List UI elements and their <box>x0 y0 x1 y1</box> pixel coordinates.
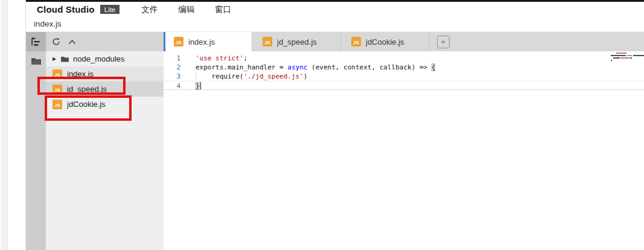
minimap-segment <box>633 55 644 56</box>
minimap-segment <box>611 55 626 56</box>
token-string: './jd_speed.js' <box>243 72 303 80</box>
folder-icon <box>60 56 69 63</box>
annotation-box-jd-speed <box>37 77 126 95</box>
code-text: } <box>196 82 201 89</box>
token-indent <box>196 72 212 80</box>
file-name: node_modules <box>73 54 124 63</box>
code-line-3: 3 require('./jd_speed.js') <box>164 72 644 81</box>
menu-window[interactable]: 窗口 <box>215 4 231 15</box>
token-plain: exports.main_handler = <box>196 63 287 71</box>
explorer-toolbar <box>46 32 164 51</box>
top-menu-bar: Cloud Studio Lite 文件 编辑 窗口 <box>26 0 644 17</box>
minimap-segment <box>616 53 626 54</box>
chevron-right-icon: ▶ <box>53 56 57 62</box>
minimap[interactable] <box>610 52 644 64</box>
code-line-2: 2exports.main_handler = async (event, co… <box>164 63 644 72</box>
tab-bar: JS index.js JS jd_speed.js JS jdCookie.j… <box>164 32 644 51</box>
menu-file[interactable]: 文件 <box>141 4 158 15</box>
menu-bar: 文件 编辑 窗口 <box>141 4 231 15</box>
js-file-icon: JS <box>174 37 183 46</box>
line-number: 1 <box>164 54 180 63</box>
breadcrumb: index.js <box>26 17 644 32</box>
file-tree-item-node-modules[interactable]: ▶ node_modules <box>46 51 164 66</box>
minimap-segment <box>627 55 632 56</box>
minimap-segment <box>611 60 612 61</box>
token-bracket: } <box>196 82 200 90</box>
minimap-segment <box>630 57 632 59</box>
token-keyword: async <box>287 63 307 71</box>
token-plain: ; <box>243 54 247 62</box>
lite-badge: Lite <box>100 5 120 14</box>
left-gutter-strip <box>1 0 8 250</box>
tab-index-js[interactable]: JS index.js <box>164 32 252 51</box>
tab-jd-speed-js[interactable]: JS jd_speed.js <box>252 32 341 51</box>
code-line-4: 4} <box>164 81 644 90</box>
tree-view-icon[interactable] <box>26 32 46 51</box>
app-logo: Cloud Studio <box>37 4 95 14</box>
editor-area: JS index.js JS jd_speed.js JS jdCookie.j… <box>164 32 644 250</box>
tab-label: jd_speed.js <box>277 37 317 46</box>
code-line-1: 1'use strict'; <box>164 54 644 63</box>
tab-label: index.js <box>188 37 215 46</box>
code-editor[interactable]: 1'use strict';2exports.main_handler = as… <box>164 51 644 250</box>
folder-icon[interactable] <box>26 51 46 71</box>
token-bracket: { <box>432 63 436 71</box>
activity-bar <box>26 32 46 250</box>
line-number: 2 <box>164 63 180 72</box>
minimap-segment <box>613 57 620 59</box>
minimap-line <box>610 59 644 62</box>
js-file-icon: JS <box>263 37 272 46</box>
token-plain: ) <box>304 72 308 80</box>
tab-label: jdCookie.js <box>366 37 404 46</box>
js-file-icon: JS <box>351 37 361 46</box>
plus-icon: + <box>437 36 450 48</box>
line-number: 4 <box>164 82 180 89</box>
new-tab-button[interactable]: + <box>430 32 457 51</box>
refresh-icon[interactable] <box>52 37 60 46</box>
file-explorer-panel: ▶ node_modules JS index.js JS jd_speed.j… <box>46 32 164 250</box>
code-text: exports.main_handler = async (event, con… <box>196 63 435 72</box>
text-cursor <box>200 82 202 89</box>
main-area: ▶ node_modules JS index.js JS jd_speed.j… <box>26 32 644 250</box>
minimap-segment <box>620 57 630 59</box>
code-text: 'use strict'; <box>196 54 247 63</box>
line-number: 3 <box>164 72 180 81</box>
annotation-box-jdcookie <box>45 95 132 121</box>
cloud-studio-window: Cloud Studio Lite 文件 编辑 窗口 index.js <box>25 0 644 250</box>
code-text: require('./jd_speed.js') <box>196 72 307 81</box>
token-plain: require( <box>212 72 244 80</box>
token-plain: (event, context, callback) => <box>307 63 431 71</box>
tab-jdcookie-js[interactable]: JS jdCookie.js <box>341 32 430 51</box>
collapse-all-icon[interactable] <box>68 39 76 45</box>
menu-edit[interactable]: 编辑 <box>178 4 194 15</box>
token-string: 'use strict' <box>196 54 243 62</box>
